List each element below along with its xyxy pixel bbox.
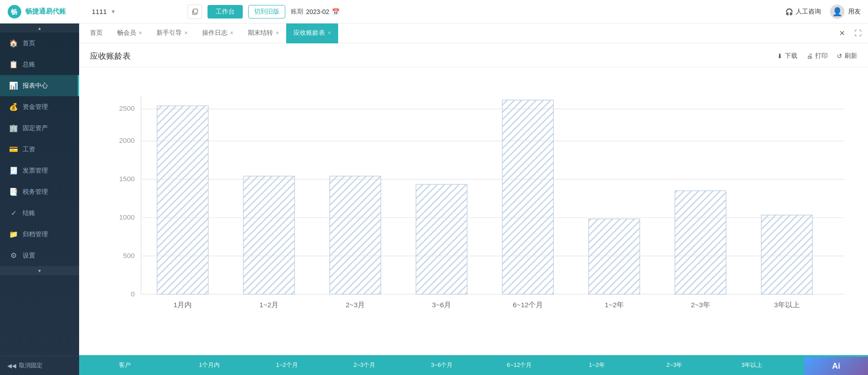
svg-rect-27 [502, 100, 553, 294]
sidebar-item-funds[interactable]: 💰 资金管理 [0, 96, 79, 117]
svg-text:1000: 1000 [119, 213, 135, 221]
table-header: 客户 1个月内 1~2个月 2~3个月 3~6个月 6~12个月 1~2年 2~… [79, 355, 868, 375]
period-label: 账期 [291, 8, 303, 16]
sidebar-label-settings: 设置 [23, 252, 35, 260]
svg-text:0: 0 [131, 290, 135, 298]
sidebar-label-checkout: 结账 [23, 209, 35, 217]
company-selector[interactable]: 1111 ▼ [92, 8, 182, 15]
svg-rect-25 [416, 184, 467, 294]
download-button[interactable]: ⬇ 下载 [777, 52, 797, 60]
refresh-icon: ↺ [837, 52, 842, 60]
consult-button[interactable]: 🎧 人工咨询 [785, 8, 821, 16]
svg-rect-29 [589, 219, 640, 294]
sidebar-item-invoice[interactable]: 🧾 发票管理 [0, 160, 79, 181]
sidebar-label-home: 首页 [23, 39, 35, 47]
tab-aging-close[interactable]: × [328, 30, 331, 36]
tab-vip-label: 畅会员 [117, 29, 136, 37]
sidebar-label-ledger: 总账 [23, 61, 35, 69]
tab-guide[interactable]: 新手引导 × [149, 23, 195, 43]
reports-icon: 📊 [9, 81, 18, 90]
tab-vip[interactable]: 畅会员 × [110, 23, 149, 43]
tax-icon: 📑 [9, 188, 18, 196]
logo-icon: 畅 [7, 5, 22, 19]
tabs-actions: ✕ ⛶ [835, 27, 864, 40]
tab-home-label: 首页 [90, 29, 103, 37]
expand-tab-button[interactable]: ⛶ [852, 27, 864, 40]
calendar-icon[interactable]: 📅 [332, 8, 340, 15]
svg-text:2000: 2000 [119, 136, 135, 144]
settings-icon: ⚙ [9, 251, 18, 260]
top-header: 畅 畅捷通易代账 1111 ▼ 工作台 切到旧版 账期 2023-02 📅 🎧 … [0, 0, 868, 23]
workbench-button[interactable]: 工作台 [208, 5, 243, 19]
svg-rect-31 [675, 191, 726, 294]
svg-text:2~3年: 2~3年 [691, 301, 710, 309]
tab-log[interactable]: 操作日志 × [195, 23, 241, 43]
sidebar-item-ledger[interactable]: 📋 总账 [0, 54, 79, 75]
chart-area: 0 500 1000 1500 2000 2500 [79, 67, 868, 355]
bar-chart: 0 500 1000 1500 2000 2500 [90, 75, 857, 348]
user-area[interactable]: 👤 用友 [830, 5, 861, 19]
copy-button[interactable] [188, 5, 202, 19]
print-icon: 🖨 [807, 52, 813, 60]
page-content: 应收账龄表 ⬇ 下载 🖨 打印 ↺ 刷新 [79, 43, 868, 375]
page-title: 应收账龄表 [90, 51, 131, 61]
sidebar-scroll-up[interactable]: ▲ [0, 23, 79, 33]
sidebar-item-salary[interactable]: 💳 工资 [0, 139, 79, 160]
svg-text:2500: 2500 [119, 104, 135, 112]
toolbar-actions: ⬇ 下载 🖨 打印 ↺ 刷新 [777, 52, 857, 60]
tab-aging[interactable]: 应收账龄表 × [286, 23, 338, 43]
user-name: 用友 [848, 8, 861, 16]
table-col-3y-plus: 3年以上 [713, 361, 790, 369]
download-icon: ⬇ [777, 52, 783, 60]
sidebar-scroll-down[interactable]: ▼ [0, 266, 79, 275]
sidebar-item-assets[interactable]: 🏢 固定资产 [0, 117, 79, 139]
svg-text:1月内: 1月内 [174, 301, 192, 309]
sidebar-label-assets: 固定资产 [23, 124, 48, 132]
tab-period-end-label: 期末结转 [248, 29, 273, 37]
tab-aging-label: 应收账龄表 [293, 29, 325, 37]
header-right: 🎧 人工咨询 👤 用友 [785, 5, 861, 19]
ai-label: Ai [832, 361, 840, 371]
sidebar-item-archive[interactable]: 📁 归档管理 [0, 224, 79, 245]
switch-version-button[interactable]: 切到旧版 [248, 5, 285, 19]
svg-text:6~12个月: 6~12个月 [513, 301, 543, 309]
tab-vip-close[interactable]: × [139, 30, 142, 36]
close-tab-button[interactable]: ✕ [835, 27, 848, 40]
table-col-6-12m: 6~12个月 [481, 361, 558, 369]
period-area: 账期 2023-02 📅 [291, 8, 340, 16]
checkout-icon: ✓ [9, 209, 18, 217]
sidebar-label-salary: 工资 [23, 145, 35, 154]
table-col-1m: 1个月内 [170, 361, 248, 369]
svg-text:3年以上: 3年以上 [774, 301, 800, 309]
logo-text: 畅捷通易代账 [25, 7, 66, 16]
avatar: 👤 [830, 5, 844, 19]
content-area: 首页 畅会员 × 新手引导 × 操作日志 × 期末结转 × 应收账龄表 × [79, 23, 868, 375]
tab-period-end-close[interactable]: × [276, 30, 279, 36]
cancel-fixed-button[interactable]: ◀◀ 取消固定 [0, 356, 79, 375]
chevron-down-icon: ▼ [110, 9, 116, 15]
download-label: 下载 [785, 52, 797, 60]
page-toolbar: 应收账龄表 ⬇ 下载 🖨 打印 ↺ 刷新 [79, 43, 868, 67]
svg-rect-3 [193, 9, 198, 13]
print-button[interactable]: 🖨 打印 [807, 52, 828, 60]
tab-log-close[interactable]: × [230, 30, 233, 36]
tab-guide-close[interactable]: × [184, 30, 188, 36]
sidebar-item-checkout[interactable]: ✓ 结账 [0, 202, 79, 224]
main-layout: ▲ 🏠 首页 📋 总账 📊 报表中心 💰 资金管理 🏢 固定资产 💳 工资 🧾 … [0, 23, 868, 375]
sidebar-item-reports[interactable]: 📊 报表中心 [0, 75, 79, 96]
tab-home[interactable]: 首页 [83, 23, 110, 43]
svg-text:3~6月: 3~6月 [432, 301, 451, 309]
tab-period-end[interactable]: 期末结转 × [241, 23, 286, 43]
pin-icon: ◀◀ [7, 362, 16, 369]
ai-badge[interactable]: Ai [804, 357, 868, 375]
consult-label: 人工咨询 [796, 8, 821, 16]
refresh-button[interactable]: ↺ 刷新 [837, 52, 857, 60]
sidebar-label-reports: 报表中心 [23, 82, 48, 90]
svg-rect-33 [761, 215, 812, 294]
sidebar-item-settings[interactable]: ⚙ 设置 [0, 245, 79, 266]
print-label: 打印 [815, 52, 828, 60]
table-col-1-2y: 1~2年 [558, 361, 635, 369]
table-col-3-6m: 3~6个月 [403, 361, 481, 369]
sidebar-item-tax[interactable]: 📑 税务管理 [0, 181, 79, 202]
sidebar-item-home[interactable]: 🏠 首页 [0, 33, 79, 54]
